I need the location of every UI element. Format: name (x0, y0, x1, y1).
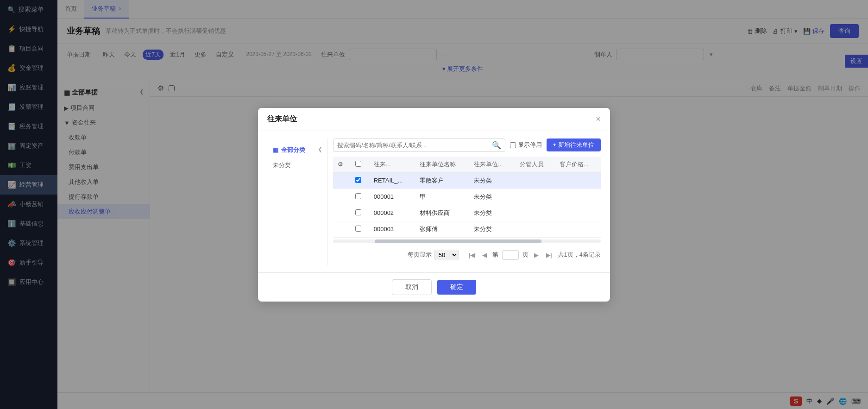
dialog-right-panel: 🔍 显示停用 + 新增往来单位 ⚙ 往来... (327, 138, 601, 265)
row-category: 未分类 (469, 172, 515, 189)
dialog-pagination: 每页显示 50 100 |◀ ◀ 第 1 页 ▶ ▶| 共1页，4条记录 (333, 245, 601, 265)
table-row[interactable]: RETAIL_... 零散客户 未分类 (333, 172, 601, 189)
dialog-search-box[interactable]: 🔍 (333, 138, 505, 152)
cancel-button[interactable]: 取消 (392, 279, 432, 295)
dialog-split: ▦ 全部分类 《 未分类 🔍 显示停用 (267, 138, 601, 265)
row-name: 材料供应商 (415, 205, 469, 221)
row-price (555, 205, 601, 221)
grid2-icon: ▦ (273, 146, 278, 153)
per-page-select[interactable]: 50 100 (434, 250, 459, 260)
dialog-body: ▦ 全部分类 《 未分类 🔍 显示停用 (258, 131, 610, 272)
row-checkbox[interactable] (351, 221, 369, 237)
prev-page-button[interactable]: ◀ (480, 252, 489, 258)
dialog-header: 往来单位 × (258, 108, 610, 131)
row-code: 000001 (369, 189, 415, 205)
col-code: 往来... (369, 157, 415, 173)
pagination-total: 共1页，4条记录 (558, 251, 601, 259)
row-manager (515, 221, 555, 237)
row-code: 000002 (369, 205, 415, 221)
row-name: 甲 (415, 189, 469, 205)
dialog-left-unclassified[interactable]: 未分类 (267, 158, 327, 173)
row-category: 未分类 (469, 189, 515, 205)
row-settings (333, 172, 351, 189)
row-category: 未分类 (469, 221, 515, 237)
dialog-left-header: ▦ 全部分类 《 (267, 142, 327, 158)
table-row[interactable]: 000003 张师傅 未分类 (333, 221, 601, 237)
per-page-label: 每页显示 (408, 251, 432, 259)
row-category: 未分类 (469, 205, 515, 221)
row-settings (333, 221, 351, 237)
scrollbar-thumb[interactable] (375, 239, 541, 243)
confirm-button[interactable]: 确定 (437, 280, 476, 295)
row-price (555, 172, 601, 189)
col-checkbox[interactable] (351, 157, 369, 173)
row-name: 零散客户 (415, 172, 469, 189)
row-checkbox[interactable] (351, 189, 369, 205)
row-settings (333, 189, 351, 205)
table-row[interactable]: 000001 甲 未分类 (333, 189, 601, 205)
dialog-title: 往来单位 (267, 114, 297, 124)
row-name: 张师傅 (415, 221, 469, 237)
search-icon: 🔍 (492, 141, 501, 150)
col-price: 客户价格... (555, 157, 601, 173)
per-page-selector: 每页显示 50 100 (408, 250, 459, 260)
row-price (555, 189, 601, 205)
show-disabled-input[interactable] (510, 142, 516, 148)
dialog-left-panel: ▦ 全部分类 《 未分类 (267, 138, 327, 265)
current-page-input[interactable]: 1 (502, 250, 519, 260)
dialog-footer: 取消 确定 (258, 272, 610, 302)
row-checkbox[interactable] (351, 205, 369, 221)
dialog-toolbar: 🔍 显示停用 + 新增往来单位 (333, 138, 601, 152)
row-code: 000003 (369, 221, 415, 237)
add-partner-button[interactable]: + 新增往来单位 (547, 138, 601, 151)
page-label: 第 (492, 251, 498, 259)
row-price (555, 221, 601, 237)
show-disabled-checkbox[interactable]: 显示停用 (510, 141, 542, 149)
first-page-button[interactable]: |◀ (467, 252, 477, 258)
row-settings (333, 205, 351, 221)
dialog-search-input[interactable] (337, 142, 489, 149)
col-name: 往来单位名称 (415, 157, 469, 173)
page-suffix: 页 (522, 251, 528, 259)
row-manager (515, 172, 555, 189)
collapse-left-icon[interactable]: 《 (315, 146, 321, 154)
row-checkbox[interactable] (351, 172, 369, 189)
col-settings[interactable]: ⚙ (333, 157, 351, 173)
row-manager (515, 189, 555, 205)
dialog-close-button[interactable]: × (596, 114, 601, 124)
partner-dialog: 往来单位 × ▦ 全部分类 《 未分类 🔍 (258, 108, 610, 302)
dialog-table: ⚙ 往来... 往来单位名称 往来单位... 分管人员 客户价格... (333, 157, 601, 238)
last-page-button[interactable]: ▶| (544, 252, 554, 258)
horizontal-scrollbar[interactable] (333, 239, 601, 243)
row-manager (515, 205, 555, 221)
table-row[interactable]: 000002 材料供应商 未分类 (333, 205, 601, 221)
dialog-select-all[interactable] (355, 161, 361, 167)
col-category: 往来单位... (469, 157, 515, 173)
row-code: RETAIL_... (369, 172, 415, 189)
col-manager: 分管人员 (515, 157, 555, 173)
next-page-button[interactable]: ▶ (532, 252, 541, 258)
